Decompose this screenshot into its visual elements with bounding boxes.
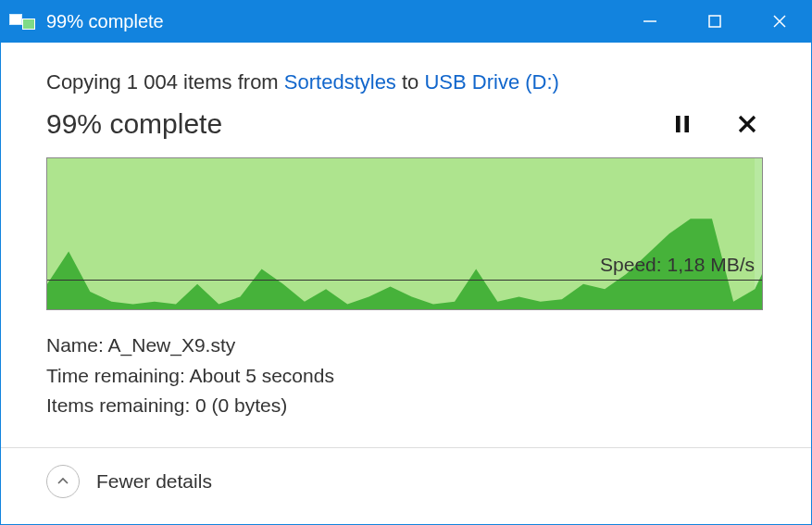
source-link[interactable]: Sortedstyles	[284, 70, 396, 94]
details-block: Name: A_New_X9.sty Time remaining: About…	[46, 331, 766, 421]
detail-items: Items remaining: 0 (0 bytes)	[46, 391, 766, 421]
speed-chart: Speed: 1,18 MB/s	[46, 157, 763, 310]
speed-label: Speed: 1,18 MB/s	[600, 254, 755, 276]
items-label: Items remaining:	[46, 394, 195, 416]
minimize-button[interactable]	[618, 0, 682, 43]
name-label: Name:	[46, 334, 108, 356]
speed-baseline	[47, 280, 762, 281]
time-label: Time remaining:	[46, 365, 189, 386]
titlebar: 99% complete	[0, 0, 812, 43]
fewer-details-label: Fewer details	[96, 470, 212, 493]
fewer-details-button[interactable]	[46, 465, 80, 498]
time-value: About 5 seconds	[189, 365, 333, 386]
copy-prefix: Copying	[46, 70, 127, 94]
detail-time: Time remaining: About 5 seconds	[46, 361, 766, 392]
items-value: 0 (0 bytes)	[195, 394, 287, 416]
name-value: A_New_X9.sty	[108, 334, 236, 356]
copy-to-word: to	[396, 70, 425, 94]
close-button[interactable]	[747, 0, 812, 43]
maximize-button[interactable]	[682, 0, 747, 43]
copy-items-word: items from	[178, 70, 284, 94]
cancel-button[interactable]	[729, 106, 766, 143]
svg-rect-1	[709, 16, 720, 27]
speed-area	[47, 158, 762, 309]
pause-button[interactable]	[664, 106, 701, 143]
destination-link[interactable]: USB Drive (D:)	[424, 70, 558, 94]
copy-icon	[13, 13, 37, 30]
copy-count: 1 004	[127, 70, 178, 94]
detail-name: Name: A_New_X9.sty	[46, 331, 766, 361]
svg-rect-5	[684, 116, 689, 132]
progress-text: 99% complete	[46, 108, 636, 140]
copy-summary: Copying 1 004 items from Sortedstyles to…	[46, 70, 766, 94]
svg-rect-4	[676, 116, 681, 132]
window-title: 99% complete	[46, 11, 164, 32]
